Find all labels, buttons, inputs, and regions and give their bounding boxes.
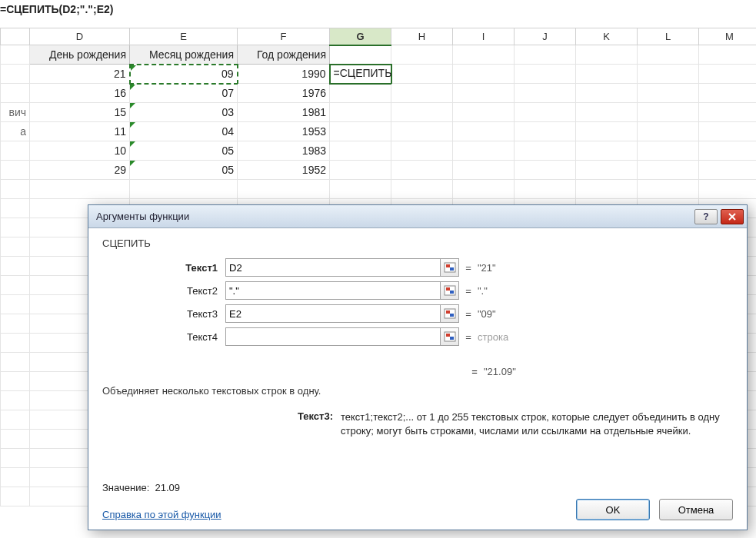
active-cell-G2[interactable]: =СЦЕПИТЬ(D2;".";E2)	[330, 65, 391, 84]
cell[interactable]	[391, 45, 453, 65]
cell[interactable]	[576, 141, 638, 161]
cell[interactable]	[453, 65, 515, 84]
cell[interactable]	[638, 45, 699, 65]
header-E[interactable]: Месяц рождения	[130, 45, 238, 65]
cell[interactable]	[699, 65, 757, 84]
formula-bar[interactable]: =СЦЕПИТЬ(D2;".";E2)	[0, 0, 756, 28]
cell[interactable]	[699, 141, 757, 161]
cell[interactable]	[699, 84, 757, 103]
cell[interactable]	[638, 141, 699, 161]
cell[interactable]	[453, 84, 515, 103]
range-picker-icon[interactable]	[441, 304, 459, 323]
cell[interactable]: 29	[30, 161, 130, 180]
cell[interactable]	[638, 103, 699, 122]
cell[interactable]: 1952	[238, 161, 330, 180]
cell[interactable]	[515, 161, 576, 180]
cell[interactable]	[576, 84, 638, 103]
cell[interactable]	[391, 84, 453, 103]
cell-E2[interactable]: 09	[130, 65, 238, 84]
cell[interactable]	[453, 122, 515, 141]
cell[interactable]	[699, 103, 757, 122]
arg-input-3[interactable]	[225, 304, 441, 323]
cell[interactable]	[576, 45, 638, 65]
cell[interactable]: 05	[130, 161, 238, 180]
cell[interactable]: 15	[30, 103, 130, 122]
col-header-G[interactable]: G	[330, 28, 391, 45]
col-header-I[interactable]: I	[453, 28, 515, 45]
cell[interactable]: 11	[30, 122, 130, 141]
col-header-F[interactable]: F	[238, 28, 330, 45]
cell[interactable]	[330, 122, 391, 141]
cell[interactable]: 05	[130, 141, 238, 161]
range-picker-icon[interactable]	[441, 281, 459, 300]
close-button[interactable]	[721, 209, 744, 224]
dialog-titlebar[interactable]: Аргументы функции ?	[88, 205, 747, 228]
cell[interactable]: 16	[30, 84, 130, 103]
cell[interactable]	[515, 141, 576, 161]
cell[interactable]	[391, 103, 453, 122]
cell[interactable]: 07	[130, 84, 238, 103]
cell[interactable]	[515, 65, 576, 84]
cell[interactable]: 1981	[238, 103, 330, 122]
cell[interactable]	[453, 45, 515, 65]
header-D[interactable]: День рождения	[30, 45, 130, 65]
arg-help-label: Текст3:	[102, 410, 341, 437]
cell-D2[interactable]: 21	[30, 65, 130, 84]
cell[interactable]	[391, 65, 453, 84]
function-arguments-dialog: Аргументы функции ? СЦЕПИТЬ Текст1 = "21…	[88, 204, 748, 530]
range-picker-icon[interactable]	[441, 327, 459, 346]
cell[interactable]	[515, 45, 576, 65]
cell[interactable]: 10	[30, 141, 130, 161]
ok-button[interactable]: OK	[576, 499, 650, 520]
cell[interactable]	[699, 122, 757, 141]
cell[interactable]	[638, 161, 699, 180]
cell[interactable]: 03	[130, 103, 238, 122]
cell[interactable]	[576, 122, 638, 141]
value-line: Значение: 21.09	[102, 482, 733, 493]
cell[interactable]	[330, 141, 391, 161]
col-header-E[interactable]: E	[130, 28, 238, 45]
cell[interactable]	[330, 84, 391, 103]
cell[interactable]: 1953	[238, 122, 330, 141]
col-header-J[interactable]: J	[515, 28, 576, 45]
cell[interactable]	[391, 122, 453, 141]
cell[interactable]	[453, 141, 515, 161]
cell[interactable]	[699, 161, 757, 180]
help-button[interactable]: ?	[694, 209, 718, 224]
cell[interactable]	[576, 103, 638, 122]
col-header-M[interactable]: M	[699, 28, 757, 45]
header-F[interactable]: Год рождения	[238, 45, 330, 65]
cell[interactable]: 1976	[238, 84, 330, 103]
arg-input-2[interactable]	[225, 281, 441, 300]
cell[interactable]: 1983	[238, 141, 330, 161]
cell[interactable]	[330, 45, 391, 65]
arg-label-4: Текст4	[102, 331, 225, 343]
cell[interactable]	[330, 161, 391, 180]
cell[interactable]	[576, 161, 638, 180]
cell[interactable]	[638, 65, 699, 84]
col-header-L[interactable]: L	[638, 28, 699, 45]
cell[interactable]	[330, 103, 391, 122]
cell[interactable]	[515, 84, 576, 103]
cell[interactable]	[638, 122, 699, 141]
col-header-K[interactable]: K	[576, 28, 638, 45]
cell[interactable]	[576, 65, 638, 84]
cell[interactable]: 04	[130, 122, 238, 141]
cell-F2[interactable]: 1990	[238, 65, 330, 84]
cancel-button[interactable]: Отмена	[659, 499, 733, 520]
arg-input-1[interactable]	[225, 258, 441, 277]
cell[interactable]	[391, 141, 453, 161]
row-stub	[1, 161, 30, 180]
col-header-H[interactable]: H	[391, 28, 453, 45]
arg-input-4[interactable]	[225, 327, 441, 346]
range-picker-icon[interactable]	[441, 258, 459, 277]
cell[interactable]	[453, 161, 515, 180]
cell[interactable]	[515, 103, 576, 122]
cell[interactable]	[391, 161, 453, 180]
help-help-link[interactable]: Справка по этой функции	[102, 509, 221, 520]
cell[interactable]	[638, 84, 699, 103]
col-header-D[interactable]: D	[30, 28, 130, 45]
cell[interactable]	[453, 103, 515, 122]
cell[interactable]	[699, 45, 757, 65]
cell[interactable]	[515, 122, 576, 141]
